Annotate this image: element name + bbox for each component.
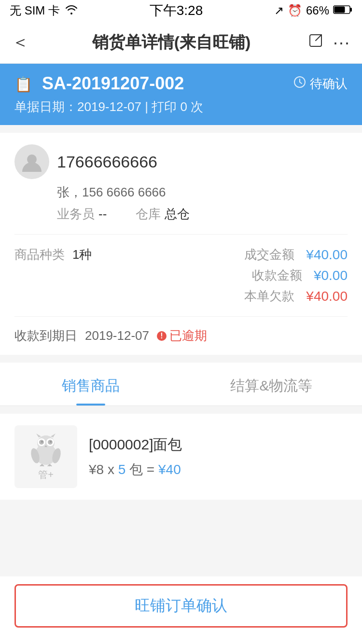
confirm-button[interactable]: 旺铺订单确认 [14, 584, 348, 628]
wifi-icon [65, 4, 78, 17]
equals-symbol: = [147, 462, 158, 477]
product-item: 管+ [0000002]面包 ¥8 x 5 包 = ¥40 [0, 414, 362, 500]
status-left: 无 SIM 卡 [10, 3, 78, 18]
battery-text: 66% [306, 4, 329, 17]
customer-section: 17666666666 张，156 6666 6666 业务员 -- 仓库 总仓… [0, 133, 362, 355]
location-icon: ↗ [274, 4, 284, 17]
deal-label: 成交金额 [244, 246, 294, 263]
order-id: 📋 SA-20191207-002 [14, 73, 184, 94]
more-icon[interactable]: ··· [333, 32, 350, 53]
customer-meta: 业务员 -- 仓库 总仓 [57, 206, 348, 223]
due-value: ¥40.00 [306, 289, 348, 304]
svg-point-15 [50, 441, 52, 443]
share-icon[interactable] [308, 33, 323, 52]
svg-rect-1 [350, 8, 352, 12]
product-quantity: 5 [118, 462, 126, 477]
page-title: 销货单详情(来自旺铺) [41, 31, 302, 54]
status-time: 下午3:28 [150, 1, 203, 20]
warehouse-label: 仓库 [136, 206, 161, 223]
status-right: ↗ ⏰ 66% [274, 4, 352, 17]
svg-point-14 [41, 441, 43, 443]
receipt-label: 收款金额 [252, 267, 302, 284]
back-button[interactable]: ＜ [12, 30, 41, 54]
order-date: 单据日期：2019-12-07 | 打印 0 次 [14, 98, 348, 115]
product-type-label: 商品种类 [14, 246, 65, 263]
svg-marker-9 [51, 434, 56, 437]
due-date-label: 收款到期日 [14, 327, 77, 344]
svg-rect-2 [334, 7, 345, 13]
summary-section: 商品种类 1种 成交金额 ¥40.00 收款金额 ¥0.00 本单欠款 ¥40.… [0, 235, 362, 316]
order-icon: 📋 [14, 76, 32, 92]
tab-products[interactable]: 销售商品 [0, 363, 181, 406]
clock-icon [293, 76, 306, 92]
tab-settlement[interactable]: 结算&物流等 [181, 363, 362, 406]
due-section: 收款到期日 2019-12-07 ! 已逾期 [0, 317, 362, 355]
product-unit: 包 [129, 462, 143, 477]
avatar [14, 144, 49, 179]
nav-bar: ＜ 销货单详情(来自旺铺) ··· [0, 21, 362, 64]
order-header: 📋 SA-20191207-002 待确认 单据日期：2019-12-07 | … [0, 64, 362, 125]
product-image: 管+ [14, 425, 77, 488]
deal-value: ¥40.00 [306, 247, 348, 263]
tab-bar: 销售商品 结算&物流等 [0, 363, 362, 406]
amounts: 成交金额 ¥40.00 收款金额 ¥0.00 本单欠款 ¥40.00 [244, 246, 348, 305]
customer-phone: 17666666666 [57, 153, 157, 171]
customer-row: 17666666666 [14, 144, 348, 179]
due-label: 本单欠款 [244, 288, 294, 305]
order-status: 待确认 [293, 75, 348, 92]
salesperson-value: -- [98, 207, 107, 222]
due-date-value: 2019-12-07 [85, 328, 149, 343]
customer-name: 张，156 6666 6666 [57, 184, 348, 201]
svg-marker-8 [36, 434, 41, 437]
overdue-text: 已逾期 [169, 327, 207, 344]
product-total: ¥40 [158, 462, 181, 477]
overdue-icon: ! [157, 331, 167, 341]
product-info: [0000002]面包 ¥8 x 5 包 = ¥40 [89, 425, 182, 488]
alarm-icon: ⏰ [288, 4, 302, 17]
status-bar: 无 SIM 卡 下午3:28 ↗ ⏰ 66% [0, 0, 362, 21]
battery-icon [333, 4, 352, 17]
product-price-formula: ¥8 x 5 包 = ¥40 [89, 461, 182, 479]
product-owl-icon: 管+ [27, 433, 65, 481]
nav-actions: ··· [302, 32, 350, 53]
multiply-symbol: x [108, 462, 118, 477]
carrier-text: 无 SIM 卡 [10, 3, 60, 18]
overdue-badge: ! 已逾期 [157, 327, 207, 344]
bottom-bar: 旺铺订单确认 [0, 576, 362, 644]
receipt-value: ¥0.00 [314, 268, 348, 283]
product-unit-price: ¥8 [89, 462, 104, 477]
product-type-value: 1种 [72, 246, 92, 263]
salesperson-label: 业务员 [57, 206, 95, 223]
product-name: [0000002]面包 [89, 435, 182, 455]
warehouse-value: 总仓 [165, 206, 190, 223]
